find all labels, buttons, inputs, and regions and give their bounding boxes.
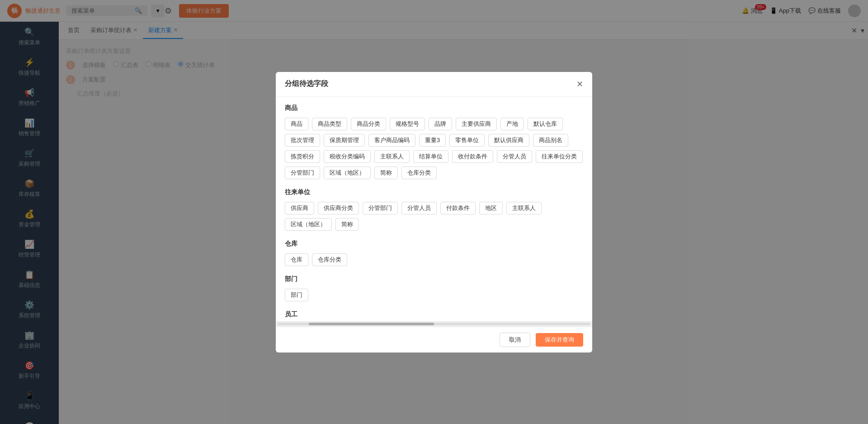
field-tag[interactable]: 默认供应商 (488, 134, 529, 147)
modal-hscroll[interactable] (276, 321, 592, 327)
section-warehouse-fields: 仓库 仓库分类 (285, 253, 583, 266)
field-tag[interactable]: 税收分类编码 (324, 150, 371, 163)
field-tag[interactable]: 分管部门 (363, 202, 398, 214)
modal-header: 分组待选字段 ✕ (276, 72, 592, 97)
field-tag[interactable]: 分管部门 (285, 167, 320, 179)
field-tag[interactable]: 拣货积分 (285, 150, 320, 163)
field-tag[interactable]: 默认仓库 (528, 118, 563, 130)
field-tag[interactable]: 重量3 (419, 134, 446, 147)
section-department-title: 部门 (285, 275, 583, 283)
field-tag[interactable]: 批次管理 (285, 134, 320, 147)
field-tag[interactable]: 分管人员 (401, 202, 437, 214)
field-tag[interactable]: 仓库 (285, 253, 308, 266)
hscroll-track (278, 323, 590, 325)
field-tag[interactable]: 简称 (335, 218, 359, 231)
field-tag[interactable]: 供应商分类 (318, 202, 359, 214)
section-employee: 员工 业务员 (285, 310, 583, 321)
field-tag[interactable]: 付款条件 (440, 202, 476, 214)
section-warehouse: 仓库 仓库 仓库分类 (285, 240, 583, 266)
section-counterparty-fields: 供应商 供应商分类 分管部门 分管人员 付款条件 地区 主联系人 区域（地区） … (285, 202, 583, 231)
field-tag[interactable]: 收付款条件 (452, 150, 493, 163)
section-counterparty: 往来单位 供应商 供应商分类 分管部门 分管人员 付款条件 地区 主联系人 区域… (285, 188, 583, 231)
modal-overlay: 分组待选字段 ✕ 商品 商品 商品类型 商品分类 规格型号 品牌 主要供应商 产… (0, 0, 868, 424)
field-tag[interactable]: 仓库分类 (312, 253, 347, 266)
field-tag[interactable]: 分管人员 (497, 150, 532, 163)
field-tag[interactable]: 主要供应商 (456, 118, 497, 130)
field-tag[interactable]: 区域（地区） (324, 167, 371, 179)
field-tag[interactable]: 商品 (285, 118, 308, 130)
field-tag[interactable]: 品牌 (429, 118, 452, 130)
section-products: 商品 商品 商品类型 商品分类 规格型号 品牌 主要供应商 产地 默认仓库 批次… (285, 104, 583, 179)
field-tag[interactable]: 规格型号 (390, 118, 425, 130)
field-tag[interactable]: 商品分类 (351, 118, 386, 130)
field-tag[interactable]: 区域（地区） (285, 218, 332, 231)
section-employee-title: 员工 (285, 310, 583, 319)
field-tag[interactable]: 保质期管理 (324, 134, 365, 147)
modal-close-btn[interactable]: ✕ (576, 79, 583, 89)
field-tag[interactable]: 商品类型 (312, 118, 347, 130)
modal-title: 分组待选字段 (285, 79, 328, 89)
field-tag[interactable]: 产地 (500, 118, 524, 130)
section-warehouse-title: 仓库 (285, 240, 583, 248)
field-tag[interactable]: 商品别名 (533, 134, 568, 147)
field-tag[interactable]: 结算单位 (413, 150, 448, 163)
field-tag[interactable]: 供应商 (285, 202, 314, 214)
field-tag[interactable]: 主联系人 (506, 202, 542, 214)
section-counterparty-title: 往来单位 (285, 188, 583, 196)
section-department-fields: 部门 (285, 289, 583, 301)
save-query-btn[interactable]: 保存并查询 (536, 333, 583, 347)
hscroll-thumb (309, 323, 434, 325)
section-products-title: 商品 (285, 104, 583, 112)
field-tag[interactable]: 往来单位分类 (536, 150, 583, 163)
field-tag[interactable]: 仓库分类 (401, 167, 437, 179)
field-tag[interactable]: 地区 (479, 202, 503, 214)
modal-group-fields: 分组待选字段 ✕ 商品 商品 商品类型 商品分类 规格型号 品牌 主要供应商 产… (276, 72, 592, 353)
field-tag[interactable]: 部门 (285, 289, 308, 301)
field-tag[interactable]: 主联系人 (374, 150, 410, 163)
field-tag[interactable]: 客户商品编码 (368, 134, 415, 147)
section-products-fields: 商品 商品类型 商品分类 规格型号 品牌 主要供应商 产地 默认仓库 批次管理 … (285, 118, 583, 179)
cancel-btn[interactable]: 取消 (500, 333, 530, 347)
modal-footer: 取消 保存并查询 (276, 327, 592, 353)
field-tag[interactable]: 零售单位 (449, 134, 485, 147)
modal-body[interactable]: 商品 商品 商品类型 商品分类 规格型号 品牌 主要供应商 产地 默认仓库 批次… (276, 97, 592, 321)
field-tag[interactable]: 简称 (374, 167, 398, 179)
section-department: 部门 部门 (285, 275, 583, 301)
